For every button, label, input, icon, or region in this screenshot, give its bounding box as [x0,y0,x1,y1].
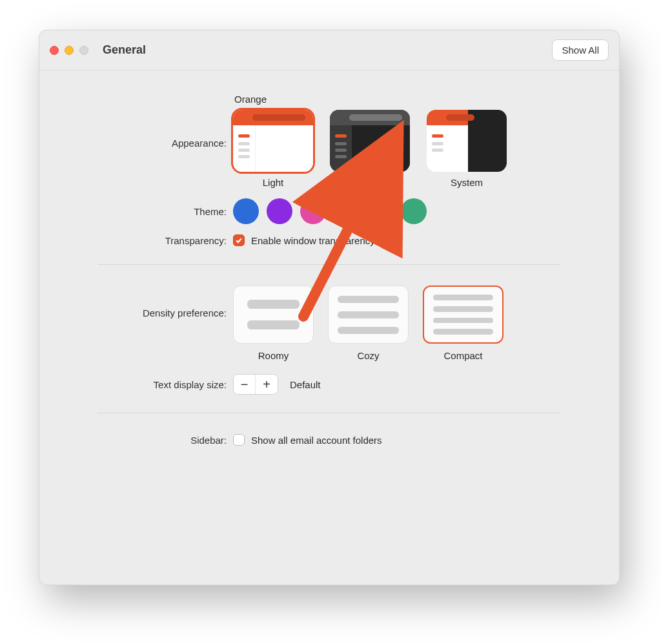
minimize-icon[interactable] [65,46,74,55]
content: Appearance: Orange Light [39,70,619,475]
appearance-option-system[interactable]: System [427,110,507,188]
theme-swatch-red[interactable] [367,198,393,224]
appearance-option-light[interactable]: Light [233,110,313,188]
sidebar-label: Sidebar: [97,435,233,446]
theme-swatches [233,198,561,224]
preferences-window: General Show All Appearance: Orange [39,30,620,585]
accent-name: Orange [234,94,561,105]
maximize-icon [79,46,88,55]
theme-label: Theme: [97,206,233,217]
theme-swatch-purple[interactable] [267,198,292,224]
text-size-increase-button[interactable]: + [256,375,278,394]
sidebar-checkbox-label: Show all email account folders [251,435,382,446]
titlebar: General Show All [39,30,619,70]
divider-2 [97,413,561,413]
density-caption-compact: Compact [443,350,482,361]
text-size-label: Text display size: [97,379,233,390]
density-caption-cozy: Cozy [357,350,379,361]
appearance-caption-dark: Dark [360,177,380,188]
density-option-cozy[interactable]: Cozy [328,286,409,361]
density-option-compact[interactable]: Compact [423,286,503,361]
text-size-decrease-button[interactable]: − [234,375,256,394]
transparency-checkbox[interactable] [233,234,245,246]
theme-swatch-orange[interactable] [334,198,360,224]
transparency-checkbox-label: Enable window transparency [251,235,375,246]
window-title: General [103,43,146,57]
appearance-caption-system: System [451,177,483,188]
appearance-option-dark[interactable]: Dark [330,110,410,188]
text-size-value: Default [290,379,321,390]
density-options: Roomy Cozy Compact [233,286,561,361]
text-size-stepper: − + [233,374,278,395]
theme-swatch-blue[interactable] [233,198,259,224]
appearance-thumb-light [233,110,313,172]
density-thumb-compact [423,286,503,344]
theme-swatch-green[interactable] [401,198,427,224]
divider-1 [97,264,561,265]
appearance-label: Appearance: [97,94,233,149]
appearance-options: Light Dark [233,110,561,188]
density-label: Density preference: [97,286,233,318]
appearance-thumb-system [427,110,507,172]
traffic-lights [50,46,88,55]
density-thumb-roomy [233,286,314,344]
density-option-roomy[interactable]: Roomy [233,286,314,361]
theme-swatch-pink[interactable] [300,198,326,224]
appearance-thumb-dark [330,110,410,172]
sidebar-checkbox[interactable] [233,434,245,446]
transparency-label: Transparency: [97,235,233,246]
density-caption-roomy: Roomy [258,350,289,361]
close-icon[interactable] [50,46,59,55]
density-thumb-cozy [328,286,409,344]
show-all-button[interactable]: Show All [552,39,609,61]
appearance-caption-light: Light [263,177,284,188]
